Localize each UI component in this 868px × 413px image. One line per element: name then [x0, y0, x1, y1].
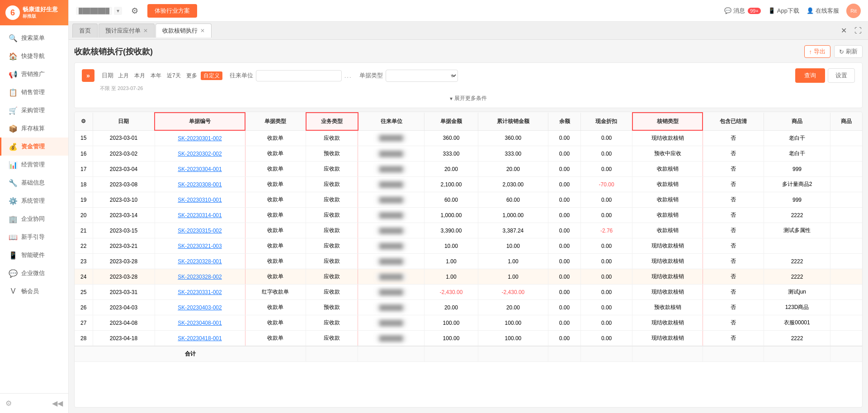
sidebar-item-guide[interactable]: 📖新手引导	[0, 228, 68, 246]
tabbar: 首页预计应应付单✕收款核销执行✕ ✕ ⛶	[69, 22, 868, 40]
industry-solution-button[interactable]: 体验行业方案	[147, 4, 197, 18]
cell-singleno[interactable]: SK-20230308-001	[155, 177, 245, 192]
sidebar-item-member[interactable]: V畅会员	[0, 282, 68, 300]
date-shortcut-近7天[interactable]: 近7天	[165, 71, 183, 81]
sidebar-item-finance[interactable]: 💰资金管理	[0, 138, 68, 156]
sidebar-item-basics[interactable]: 🔧基础信息	[0, 174, 68, 192]
cell-goods2	[830, 192, 862, 208]
cell-singleno[interactable]: SK-20230408-001	[155, 315, 245, 331]
cell-singleno[interactable]: SK-20230301-002	[155, 130, 245, 146]
sidebar-item-corp[interactable]: 🏢企业协同	[0, 210, 68, 228]
cell-date: 2023-03-14	[93, 208, 155, 223]
date-shortcut-本月[interactable]: 本月	[132, 71, 147, 81]
cell-singleno[interactable]: SK-20230314-001	[155, 208, 245, 223]
col-header-date[interactable]: 日期	[93, 113, 155, 130]
singleno-link[interactable]: SK-20230328-002	[178, 274, 222, 280]
col-header-includeclear[interactable]: 包含已结清	[703, 113, 764, 130]
col-header-cumcancel[interactable]: 累计核销金额	[478, 113, 548, 130]
org-selector[interactable]: ████████ ▾	[76, 7, 122, 15]
partner-input[interactable]	[256, 70, 342, 81]
col-header-amount[interactable]: 单据金额	[425, 113, 478, 130]
expand-more-button[interactable]: ▾ 展开更多条件	[82, 95, 855, 102]
user-avatar[interactable]: Rit	[846, 4, 861, 18]
collapse-icon[interactable]: ◀◀	[52, 399, 63, 408]
col-header-singletype[interactable]: 单据类型	[245, 113, 306, 130]
sidebar-item-quicknav[interactable]: 🏠快捷导航	[0, 47, 68, 65]
partner-dots[interactable]: ...	[344, 72, 352, 79]
close-tab-button[interactable]: ✕	[837, 24, 850, 37]
sidebar-item-purchase[interactable]: 🛒采购管理	[0, 101, 68, 119]
cell-singleno[interactable]: SK-20230403-002	[155, 300, 245, 315]
query-button[interactable]: 查询	[795, 68, 825, 83]
cell-idx: 27	[75, 315, 93, 331]
column-setting-button[interactable]: 设置	[828, 68, 855, 83]
cell-singleno[interactable]: SK-20230328-002	[155, 269, 245, 285]
col-header-cashdiscount[interactable]: 现金折扣	[580, 113, 632, 130]
org-name[interactable]: ████████	[76, 7, 112, 15]
col-header-saletype[interactable]: 核销类型	[632, 113, 703, 130]
cell-singleno[interactable]: SK-20230321-003	[155, 238, 245, 254]
cell-singleno[interactable]: SK-20230331-002	[155, 285, 245, 300]
cell-cashdiscount: 0.00	[580, 192, 632, 208]
col-header-partner[interactable]: 往来单位	[358, 113, 425, 130]
fullscreen-button[interactable]: ⛶	[852, 24, 864, 37]
table-scroll[interactable]: ⚙日期单据编号单据类型业务类型往来单位单据金额累计核销金额余额现金折扣核销类型包…	[75, 112, 862, 407]
singleno-link[interactable]: SK-20230331-002	[178, 289, 222, 295]
tab-home[interactable]: 首页	[72, 24, 98, 38]
cell-singleno[interactable]: SK-20230304-001	[155, 161, 245, 177]
sidebar-item-inventory[interactable]: 📦库存核算	[0, 119, 68, 138]
partner-value: ██████	[376, 258, 406, 265]
date-shortcut-更多[interactable]: 更多	[184, 71, 199, 81]
singleno-link[interactable]: SK-20230304-001	[178, 166, 222, 172]
singleno-link[interactable]: SK-20230310-001	[178, 197, 222, 203]
singleno-link[interactable]: SK-20230301-002	[178, 135, 222, 142]
cell-singleno[interactable]: SK-20230418-001	[155, 331, 245, 347]
cell-singleno[interactable]: SK-20230328-001	[155, 254, 245, 269]
tab-close-collection[interactable]: ✕	[200, 28, 205, 34]
cell-cumcancel: -2,430.00	[478, 285, 548, 300]
cell-date: 2023-03-15	[93, 223, 155, 238]
voucher-type-select[interactable]	[386, 70, 458, 82]
col-header-goods2[interactable]: 商品	[830, 113, 862, 130]
guide-icon: 📖	[9, 233, 18, 242]
date-shortcut-本年[interactable]: 本年	[149, 71, 163, 81]
singleno-link[interactable]: SK-20230403-002	[178, 304, 222, 311]
cell-singleno[interactable]: SK-20230310-001	[155, 192, 245, 208]
singleno-link[interactable]: SK-20230315-002	[178, 228, 222, 234]
date-shortcut-上月[interactable]: 上月	[116, 71, 131, 81]
cell-partner: ██████	[358, 192, 425, 208]
export-button[interactable]: ↑ 导出	[804, 45, 831, 58]
sidebar-item-sales[interactable]: 📋销售管理	[0, 83, 68, 101]
cell-singleno[interactable]: SK-20230315-002	[155, 223, 245, 238]
col-header-idx[interactable]: ⚙	[75, 113, 93, 130]
singleno-link[interactable]: SK-20230302-002	[178, 151, 222, 157]
sidebar-item-system[interactable]: ⚙️系统管理	[0, 192, 68, 210]
cell-singleno[interactable]: SK-20230302-002	[155, 146, 245, 161]
message-button[interactable]: 💬 消息 99+	[724, 7, 761, 15]
sidebar-item-wechat[interactable]: 💬企业微信	[0, 264, 68, 282]
col-header-singleno[interactable]: 单据编号	[155, 113, 245, 130]
sidebar-item-search[interactable]: 🔍搜索菜单	[0, 29, 68, 47]
gear-icon[interactable]: ⚙	[5, 399, 12, 408]
col-header-goods[interactable]: 商品	[764, 113, 830, 130]
singleno-link[interactable]: SK-20230321-003	[178, 243, 222, 249]
online-service-button[interactable]: 👤 在线客服	[807, 7, 839, 15]
settings-button[interactable]: ⚙	[127, 4, 142, 18]
sidebar-item-hardware[interactable]: 📱智能硬件	[0, 246, 68, 264]
singleno-link[interactable]: SK-20230408-001	[178, 320, 222, 326]
tab-collection[interactable]: 收款核销执行✕	[156, 24, 212, 38]
singleno-link[interactable]: SK-20230308-001	[178, 181, 222, 188]
tab-close-prepay[interactable]: ✕	[143, 28, 148, 34]
col-header-biztype[interactable]: 业务类型	[306, 113, 358, 130]
singleno-link[interactable]: SK-20230328-001	[178, 258, 222, 265]
singleno-link[interactable]: SK-20230314-001	[178, 212, 222, 218]
sidebar-item-marketing[interactable]: 📢营销推广	[0, 65, 68, 83]
filter-expand-button[interactable]: »	[82, 69, 94, 82]
tab-prepay[interactable]: 预计应应付单✕	[99, 24, 155, 38]
date-custom-button[interactable]: 自定义	[201, 71, 222, 80]
col-header-balance[interactable]: 余额	[548, 113, 581, 130]
app-download-button[interactable]: 📱 App下载	[768, 7, 799, 15]
sidebar-item-ops[interactable]: 📊经营管理	[0, 156, 68, 174]
singleno-link[interactable]: SK-20230418-001	[178, 335, 222, 342]
refresh-button[interactable]: ↻ 刷新	[834, 45, 863, 58]
